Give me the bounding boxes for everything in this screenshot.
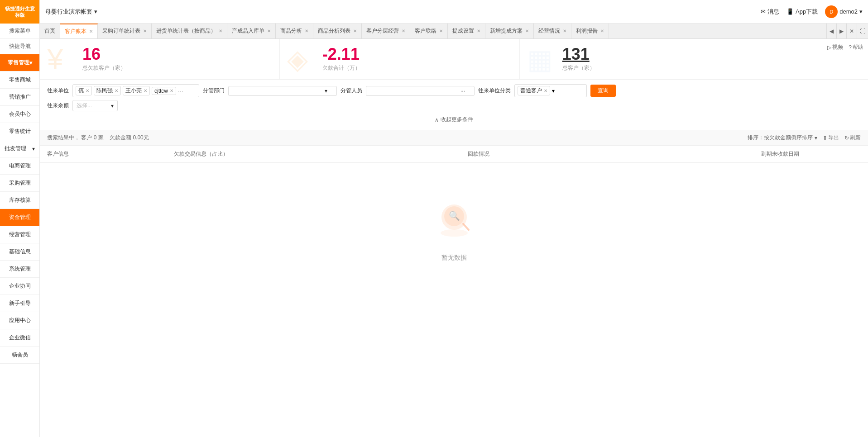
tab-close-product-analysis-list[interactable]: ✕ (353, 28, 357, 33)
page-content: ¥ 16 总欠款客户（家） ◈ -2.11 欠款合计（万） ▦ (40, 39, 868, 437)
avatar: D (825, 5, 838, 18)
sidebar-item-system[interactable]: 系统管理 (0, 261, 39, 278)
filter-select-person[interactable]: ··· (366, 86, 475, 96)
sidebar-item-purchase[interactable]: 采购管理 (0, 175, 39, 192)
tab-customer-contact[interactable]: 客户联络 ✕ (410, 24, 448, 39)
filter-tags-unit[interactable]: 佤 ✕ 陈民强 ✕ 王小亮 ✕ cjttcw ✕ (72, 84, 199, 97)
sidebar: 畅捷通好生意 标版 搜索菜单 快捷导航 零售管理 ▾ 零售商城 营销推广 会员中… (0, 0, 40, 437)
tab-close-business-situation[interactable]: ✕ (563, 28, 566, 33)
tab-close-product-analysis[interactable]: ✕ (305, 28, 308, 33)
stat-label-total-customers: 总客户（家） (562, 64, 595, 72)
stat-card-debt-customers: ¥ 16 总欠款客户（家） (40, 39, 280, 79)
topbar: 母婴行业演示帐套 ▾ ✉ 消息 📱 App下载 D demo2 ▾ (40, 0, 868, 24)
tab-customer-ledger[interactable]: 客户账本 ✕ (60, 24, 98, 39)
tabs-bar: 首页 客户账本 ✕ 采购订单统计表 ✕ 进货单统计表（按商品） ✕ 产成品入库单… (40, 24, 868, 39)
svg-point-0 (441, 229, 468, 237)
filter-label-unit: 往来单位 (47, 87, 69, 95)
tab-close-commission-setting[interactable]: ✕ (477, 28, 480, 33)
sidebar-item-marketing[interactable]: 营销推广 (0, 89, 39, 106)
tab-close-goods-in-stats[interactable]: ✕ (219, 28, 222, 33)
filter-select-balance[interactable]: 选择... ▾ (72, 100, 118, 111)
refresh-button[interactable]: ↻ 刷新 (844, 134, 861, 142)
account-selector[interactable]: 母婴行业演示帐套 ▾ (45, 8, 97, 16)
results-actions: 排序：按欠款金额倒序排序 ▾ ⬆ 导出 ↻ 刷新 (748, 134, 861, 142)
search-menu-item[interactable]: 搜索菜单 (0, 24, 39, 39)
filter-label-dept: 分管部门 (203, 87, 225, 95)
query-button[interactable]: 查询 (590, 85, 616, 97)
stat-value-total-customers: 131 (562, 46, 595, 62)
tab-customer-tier[interactable]: 客户分层经营 ✕ (362, 24, 410, 39)
filter-tag-close-normal-customer[interactable]: ✕ (544, 88, 547, 93)
quick-nav-item[interactable]: 快捷导航 (0, 39, 39, 54)
sidebar-item-inventory[interactable]: 库存核算 (0, 192, 39, 209)
filter-tag-close-wa[interactable]: ✕ (86, 88, 89, 93)
sidebar-item-retail-mall[interactable]: 零售商城 (0, 71, 39, 89)
filter-bar: 往来单位 佤 ✕ 陈民强 ✕ 王小亮 ✕ (40, 80, 868, 130)
tab-purchase-order-stats[interactable]: 采购订单统计表 ✕ (98, 24, 152, 39)
topbar-left: 母婴行业演示帐套 ▾ (45, 8, 97, 16)
user-avatar-button[interactable]: D demo2 ▾ (825, 5, 863, 18)
filter-label-balance: 往来余额 (47, 102, 69, 109)
col-repayment: 回款情况 (468, 150, 762, 158)
col-debt-info: 欠款交易信息（占比） (174, 150, 468, 158)
filter-tag-wang: 王小亮 ✕ (123, 86, 150, 95)
sidebar-item-finance[interactable]: 资金管理 (0, 209, 39, 226)
tabs-close-all-button[interactable]: ✕ (846, 24, 857, 39)
stat-value-debt-customers: 16 (82, 46, 126, 62)
filter-label-person: 分管人员 (340, 87, 362, 95)
export-button[interactable]: ⬆ 导出 (823, 134, 839, 142)
help-button[interactable]: ? 帮助 (849, 43, 863, 51)
tab-close-product-inbound[interactable]: ✕ (267, 28, 271, 33)
sidebar-logo: 畅捷通好生意 标版 (0, 0, 39, 24)
tab-close-customer-contact[interactable]: ✕ (439, 28, 443, 33)
sidebar-item-app-center[interactable]: 应用中心 (0, 312, 39, 329)
tab-home[interactable]: 首页 (40, 24, 60, 39)
filter-tag-wa: 佤 ✕ (76, 86, 92, 95)
sidebar-item-ecommerce[interactable]: 电商管理 (0, 157, 39, 175)
tabs-fullscreen-button[interactable]: ⛶ (857, 24, 868, 39)
sidebar-item-basic-info[interactable]: 基础信息 (0, 243, 39, 261)
filter-tag-close-wang[interactable]: ✕ (144, 88, 147, 93)
results-info: 搜索结果中， 客户 0 家 欠款金额 0.00元 (47, 134, 149, 142)
tab-commission-setting[interactable]: 提成设置 ✕ (448, 24, 485, 39)
app-download-button[interactable]: 📱 App下载 (786, 8, 818, 16)
tab-product-inbound[interactable]: 产成品入库单 ✕ (227, 24, 276, 39)
tabs-next-button[interactable]: ▶ (836, 24, 846, 39)
tab-goods-in-stats[interactable]: 进货单统计表（按商品） ✕ (152, 24, 227, 39)
tab-close-profit-report[interactable]: ✕ (600, 28, 604, 33)
filter-tag-close-cjttcw[interactable]: ✕ (170, 88, 173, 93)
tab-product-analysis-list[interactable]: 商品分析列表 ✕ (313, 24, 362, 39)
tab-business-situation[interactable]: 经营情况 ✕ (534, 24, 571, 39)
sidebar-item-retail-stats[interactable]: 零售统计 (0, 123, 39, 140)
filter-tag-more[interactable]: ··· (178, 87, 183, 95)
video-help-button[interactable]: ▷ 视频 (827, 43, 843, 51)
tab-close-customer-tier[interactable]: ✕ (402, 28, 405, 33)
sidebar-item-chang-member[interactable]: 畅会员 (0, 347, 39, 364)
collapse-button[interactable]: ∧ 收起更多条件 (47, 114, 861, 125)
topbar-right: ✉ 消息 📱 App下载 D demo2 ▾ (761, 5, 863, 18)
tab-close-new-commission[interactable]: ✕ (525, 28, 529, 33)
message-button[interactable]: ✉ 消息 (761, 8, 779, 16)
filter-tag-close-chen[interactable]: ✕ (115, 88, 118, 93)
tabs-prev-button[interactable]: ◀ (826, 24, 836, 39)
sidebar-item-member-center[interactable]: 会员中心 (0, 106, 39, 123)
sidebar-item-beginner[interactable]: 新手引导 (0, 295, 39, 312)
results-bar: 搜索结果中， 客户 0 家 欠款金额 0.00元 排序：按欠款金额倒序排序 ▾ … (40, 130, 868, 146)
tab-close-purchase-order-stats[interactable]: ✕ (143, 28, 147, 33)
filter-row-1: 往来单位 佤 ✕ 陈民强 ✕ 王小亮 ✕ (47, 84, 861, 97)
sort-selector[interactable]: 排序：按欠款金额倒序排序 ▾ (748, 134, 817, 142)
tab-profit-report[interactable]: 利润报告 ✕ (571, 24, 609, 39)
sidebar-item-wholesale[interactable]: 批发管理 ▾ (0, 140, 39, 157)
sidebar-item-operations[interactable]: 经营管理 (0, 226, 39, 243)
filter-tags-category[interactable]: 普通客户 ✕ ▾ (514, 84, 587, 97)
sidebar-item-retail-management[interactable]: 零售管理 ▾ (0, 54, 39, 71)
tab-new-commission[interactable]: 新增提成方案 ✕ (485, 24, 534, 39)
sidebar-item-enterprise-wechat[interactable]: 企业微信 (0, 329, 39, 347)
stat-card-total-customers: ▦ 131 总客户（家） ▷ 视频 ? 帮助 (520, 39, 868, 79)
tab-close-customer-ledger[interactable]: ✕ (89, 29, 93, 34)
filter-label-category: 往来单位分类 (478, 87, 511, 95)
tab-product-analysis[interactable]: 商品分析 ✕ (276, 24, 313, 39)
filter-select-dept[interactable]: ▾ (228, 86, 337, 96)
sidebar-item-enterprise-collab[interactable]: 企业协同 (0, 278, 39, 295)
content-area: ¥ 16 总欠款客户（家） ◈ -2.11 欠款合计（万） ▦ (40, 39, 868, 437)
